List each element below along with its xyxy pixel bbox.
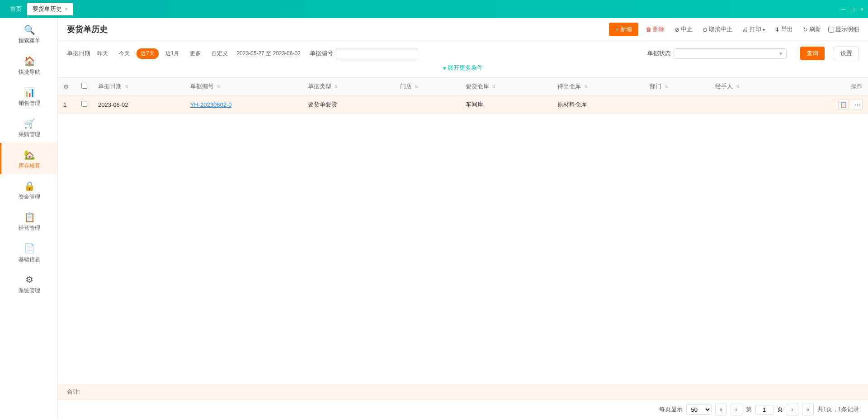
export-button[interactable]: ⬇ 导出 — [772, 24, 796, 35]
date-btn-custom[interactable]: 自定义 — [208, 48, 232, 59]
delete-button[interactable]: 🗑 删除 — [643, 24, 667, 35]
sidebar-item-inventory[interactable]: 🏡 库存核算 — [0, 143, 57, 174]
cell-doc-no: YH-20230602-0 — [185, 95, 302, 114]
page-size-select[interactable]: 20 50 100 200 — [686, 405, 712, 415]
date-btn-today[interactable]: 今天 — [115, 48, 134, 59]
sort-doc-date-icon[interactable]: ⇅ — [125, 84, 128, 89]
cell-checkbox — [76, 95, 93, 114]
tab-home[interactable]: 首页 — [5, 3, 27, 15]
cell-pending-warehouse: 原材料仓库 — [552, 95, 644, 114]
sort-dept-icon[interactable]: ⇅ — [665, 84, 668, 89]
row-checkbox[interactable] — [81, 101, 87, 107]
sort-handler-icon[interactable]: ⇅ — [736, 84, 740, 89]
pagination-bar: 每页显示 20 50 100 200 « ‹ 第 页 › » 共1页，1条记录 — [58, 400, 868, 419]
delete-icon: 🗑 — [646, 26, 651, 33]
print-icon: 🖨 — [742, 26, 748, 33]
date-btn-1month[interactable]: 近1月 — [161, 48, 184, 59]
select-all-checkbox[interactable] — [81, 83, 87, 89]
last-page-button[interactable]: » — [802, 404, 814, 415]
table-header: ⚙ 单据日期 ⇅ 单据编号 ⇅ 单据类型 ⇅ — [58, 78, 868, 95]
status-select[interactable]: ▾ — [674, 48, 787, 59]
sidebar-item-search-menu[interactable]: 🔍 搜索菜单 — [0, 18, 57, 49]
status-chevron-icon: ▾ — [779, 50, 783, 57]
page-label-suffix: 页 — [777, 405, 783, 414]
close-window-icon[interactable]: × — [860, 6, 863, 13]
toolbar: + 新增 🗑 删除 ⊘ 中止 ⊙ 取消中止 🖨 打印 ▾ — [609, 23, 859, 36]
th-actions: 操作 — [789, 78, 868, 95]
filter-expand-row: ▾ 展开更多条件 — [67, 64, 859, 72]
date-btn-yesterday[interactable]: 昨天 — [93, 48, 112, 59]
export-icon: ⬇ — [775, 26, 780, 33]
prev-page-button[interactable]: ‹ — [731, 404, 742, 415]
sidebar-item-purchase-mgmt[interactable]: 🛒 采购管理 — [0, 112, 57, 143]
sidebar-item-quick-nav[interactable]: 🏠 快捷导航 — [0, 49, 57, 81]
page-number-input[interactable] — [755, 405, 774, 414]
tab-active[interactable]: 要货单历史 × — [27, 3, 73, 15]
sidebar-item-purchase-mgmt-label: 采购管理 — [19, 131, 40, 138]
quick-nav-icon: 🏠 — [24, 56, 35, 67]
cancel-stop-button[interactable]: ⊙ 取消中止 — [700, 24, 735, 35]
expand-label: 展开更多条件 — [448, 64, 483, 72]
th-settings: ⚙ — [58, 78, 76, 95]
export-label: 导出 — [781, 25, 793, 33]
refresh-icon: ↻ — [803, 26, 808, 33]
delete-label: 删除 — [653, 25, 665, 33]
display-detail-checkbox[interactable] — [828, 27, 834, 33]
sidebar-item-search-menu-label: 搜索菜单 — [19, 37, 40, 45]
cell-doc-type: 要货单要货 — [302, 95, 395, 114]
inventory-icon: 🏡 — [24, 149, 35, 160]
cell-dept — [644, 95, 710, 114]
sidebar-item-sys-mgmt[interactable]: ⚙ 系统管理 — [0, 268, 57, 299]
th-handler: 经手人 ⇅ — [710, 78, 788, 95]
base-info-icon: 📄 — [24, 243, 35, 254]
display-detail-toggle[interactable]: 显示明细 — [828, 25, 859, 33]
stop-button[interactable]: ⊘ 中止 — [672, 24, 695, 35]
sidebar-item-base-info[interactable]: 📄 基础信息 — [0, 237, 57, 268]
row-more-button[interactable]: ⋯ — [852, 99, 863, 110]
top-bar: 首页 要货单历史 × ─ □ × — [0, 0, 868, 18]
sidebar-item-finance-mgmt[interactable]: 🔒 资金管理 — [0, 174, 57, 205]
next-page-button[interactable]: › — [787, 404, 798, 415]
th-doc-type: 单据类型 ⇅ — [302, 78, 395, 95]
refresh-button[interactable]: ↻ 刷新 — [800, 24, 824, 35]
cell-doc-date: 2023-06-02 — [93, 95, 185, 114]
filter-area: 单据日期 昨天 今天 近7天 近1月 更多 自定义 2023-05-27 至 2… — [58, 41, 868, 78]
maximize-icon[interactable]: □ — [851, 6, 855, 13]
query-button[interactable]: 查询 — [800, 47, 825, 60]
sort-req-warehouse-icon[interactable]: ⇅ — [492, 84, 495, 89]
column-settings-icon[interactable]: ⚙ — [63, 83, 69, 90]
cell-index: 1 — [58, 95, 76, 114]
sidebar-item-base-info-label: 基础信息 — [19, 256, 40, 263]
sys-mgmt-icon: ⚙ — [25, 274, 33, 285]
th-dept: 部门 ⇅ — [644, 78, 710, 95]
sort-pending-warehouse-icon[interactable]: ⇅ — [584, 84, 588, 89]
sidebar-item-sales-mgmt[interactable]: 📊 销售管理 — [0, 81, 57, 112]
cell-actions: 📋 ⋯ — [789, 95, 868, 114]
date-btn-more[interactable]: 更多 — [186, 48, 205, 59]
page-size-label: 每页显示 — [659, 405, 683, 414]
expand-icon: ▾ — [443, 65, 446, 71]
th-req-warehouse: 要货仓库 ⇅ — [460, 78, 552, 95]
minimize-icon[interactable]: ─ — [841, 6, 845, 13]
print-button[interactable]: 🖨 打印 ▾ — [740, 24, 768, 35]
window-controls: ─ □ × — [841, 6, 863, 13]
doc-no-input[interactable] — [336, 48, 417, 59]
row-view-button[interactable]: 📋 — [838, 99, 849, 110]
new-button[interactable]: + 新增 — [609, 23, 638, 36]
sales-mgmt-icon: 📊 — [24, 87, 35, 98]
date-filter-label: 单据日期 — [67, 49, 90, 57]
th-store: 门店 ⇅ — [395, 78, 460, 95]
doc-no-label: 单据编号 — [310, 49, 333, 57]
sort-doc-no-icon[interactable]: ⇅ — [217, 84, 220, 89]
cell-store — [395, 95, 460, 114]
sort-doc-type-icon[interactable]: ⇅ — [334, 84, 338, 89]
doc-no-link[interactable]: YH-20230602-0 — [190, 101, 232, 108]
first-page-button[interactable]: « — [715, 404, 727, 415]
sidebar-item-ops-mgmt[interactable]: 📋 经营管理 — [0, 205, 57, 237]
expand-filter-button[interactable]: ▾ 展开更多条件 — [443, 64, 483, 72]
purchase-mgmt-icon: 🛒 — [24, 118, 35, 129]
date-btn-7days[interactable]: 近7天 — [137, 48, 159, 59]
tab-close-icon[interactable]: × — [65, 6, 68, 12]
settings-button[interactable]: 设置 — [834, 47, 859, 60]
sort-store-icon[interactable]: ⇅ — [415, 84, 418, 89]
